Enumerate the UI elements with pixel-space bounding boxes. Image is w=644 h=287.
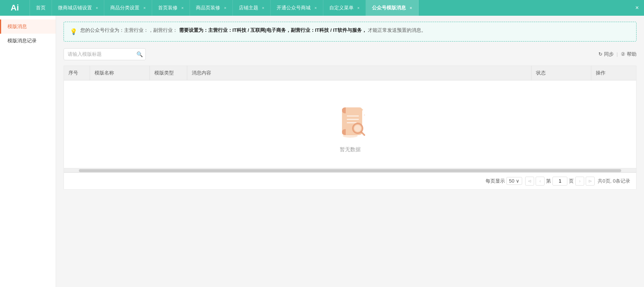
- next-page-button[interactable]: ›: [575, 177, 584, 186]
- sidebar-item-template-msg[interactable]: 模版消息: [0, 19, 56, 34]
- alert-suffix: 才能正常发送预置的消息。: [368, 27, 426, 33]
- prev-page-button[interactable]: ‹: [536, 177, 545, 186]
- logo-text: Ai: [11, 3, 19, 13]
- alert-banner: 💡 您的公众号行业为：主营行业：，副营行业： 需要设置为：主营行业：IT科技 /…: [64, 22, 637, 42]
- main-content: 💡 您的公众号行业为：主营行业：，副营行业： 需要设置为：主营行业：IT科技 /…: [56, 16, 644, 287]
- nav-tab-home[interactable]: 首页: [30, 0, 52, 16]
- page-size-value: 50: [509, 178, 514, 184]
- nav-tab-shop-settings[interactable]: 微商城店铺设置×: [52, 0, 104, 16]
- close-tab-icon[interactable]: ×: [410, 6, 412, 10]
- nav-tab-product-decor[interactable]: 商品页装修×: [190, 0, 232, 16]
- th-action: 操作: [591, 66, 636, 80]
- nav-tab-custom-menu[interactable]: 自定义菜单×: [323, 0, 366, 16]
- close-tab-icon[interactable]: ×: [181, 6, 184, 10]
- empty-state: ✦ ✦ 暂无数据: [64, 80, 636, 168]
- help-label: 帮助: [627, 51, 637, 58]
- nav-tab-template-msg[interactable]: 公众号模版消息×: [366, 0, 418, 16]
- sync-button[interactable]: ↻ 同步: [598, 51, 614, 58]
- svg-text:✦: ✦: [361, 108, 364, 112]
- top-nav: Ai 首页微商城店铺设置×商品分类设置×首页装修×商品页装修×店铺主题×开通公众…: [0, 0, 644, 16]
- close-tab-icon[interactable]: ×: [357, 6, 360, 10]
- page-unit: 页: [569, 178, 574, 184]
- th-content: 消息内容: [187, 66, 531, 80]
- th-index: 序号: [64, 66, 90, 80]
- svg-text:✦: ✦: [363, 114, 366, 116]
- help-button[interactable]: ② 帮助: [621, 51, 637, 58]
- page-input[interactable]: [552, 177, 567, 186]
- alert-highlight: 需要设置为：主营行业：IT科技 / 互联网|电子商务，副营行业：IT科技 / I…: [179, 27, 367, 33]
- page-size-dropdown[interactable]: 50 ∨: [506, 177, 522, 185]
- search-icon[interactable]: 🔍: [136, 51, 143, 57]
- alert-prefix: 您的公众号行业为：主营行业：，副营行业：: [80, 27, 178, 33]
- sync-label: 同步: [604, 51, 614, 58]
- close-all-button[interactable]: ×: [630, 0, 644, 16]
- sidebar-item-template-msg-log[interactable]: 模版消息记录: [0, 34, 56, 48]
- close-tab-icon[interactable]: ×: [262, 6, 264, 10]
- close-tab-icon[interactable]: ×: [96, 6, 98, 10]
- total-info: 共0页, 0条记录: [598, 178, 630, 184]
- search-input-wrap: 🔍: [64, 48, 146, 60]
- scrollbar-thumb: [79, 169, 621, 172]
- pagination: 每页显示 50 ∨ ⊲ ‹ 第 页 › ⊳ 共0页, 0条记录: [64, 172, 636, 189]
- alert-text: 您的公众号行业为：主营行业：，副营行业： 需要设置为：主营行业：IT科技 / 互…: [80, 27, 426, 34]
- first-page-button[interactable]: ⊲: [525, 177, 534, 186]
- empty-text: 暂无数据: [340, 146, 361, 153]
- nav-tab-home-decor[interactable]: 首页装修×: [152, 0, 190, 16]
- th-type: 模版类型: [150, 66, 187, 80]
- th-name: 模版名称: [90, 66, 150, 80]
- table-container: 序号模版名称模版类型消息内容状态操作: [64, 65, 637, 190]
- scrollbar-area[interactable]: [64, 168, 636, 172]
- th-status: 状态: [531, 66, 591, 80]
- nav-tab-category-settings[interactable]: 商品分类设置×: [104, 0, 152, 16]
- toolbar-right: ↻ 同步 | ② 帮助: [598, 51, 637, 58]
- svg-point-5: [354, 125, 361, 132]
- page-size-label: 每页显示: [486, 178, 505, 184]
- close-tab-icon[interactable]: ×: [314, 6, 317, 10]
- sidebar: 模版消息模版消息记录: [0, 16, 56, 287]
- search-input[interactable]: [64, 48, 146, 60]
- logo: Ai: [0, 0, 30, 16]
- help-icon: ②: [621, 51, 625, 57]
- nav-tab-shop-theme[interactable]: 店铺主题×: [233, 0, 271, 16]
- chevron-down-icon: ∨: [516, 178, 520, 184]
- layout: 模版消息模版消息记录 💡 您的公众号行业为：主营行业：，副营行业： 需要设置为：…: [0, 16, 644, 287]
- page-size-select: 每页显示 50 ∨: [486, 177, 522, 185]
- page-nav: ⊲ ‹ 第 页 › ⊳: [525, 177, 595, 186]
- search-bar: 🔍 ↻ 同步 | ② 帮助: [64, 48, 637, 60]
- close-tab-icon[interactable]: ×: [143, 6, 145, 10]
- sync-icon: ↻: [598, 51, 603, 57]
- nav-tab-open-mall[interactable]: 开通公众号商城×: [271, 0, 323, 16]
- divider: |: [617, 51, 618, 57]
- empty-illustration: ✦ ✦: [332, 103, 369, 140]
- bulb-icon: 💡: [70, 27, 77, 37]
- last-page-button[interactable]: ⊳: [586, 177, 595, 186]
- close-tab-icon[interactable]: ×: [224, 6, 226, 10]
- table-header: 序号模版名称模版类型消息内容状态操作: [64, 66, 636, 80]
- page-label: 第: [546, 178, 551, 184]
